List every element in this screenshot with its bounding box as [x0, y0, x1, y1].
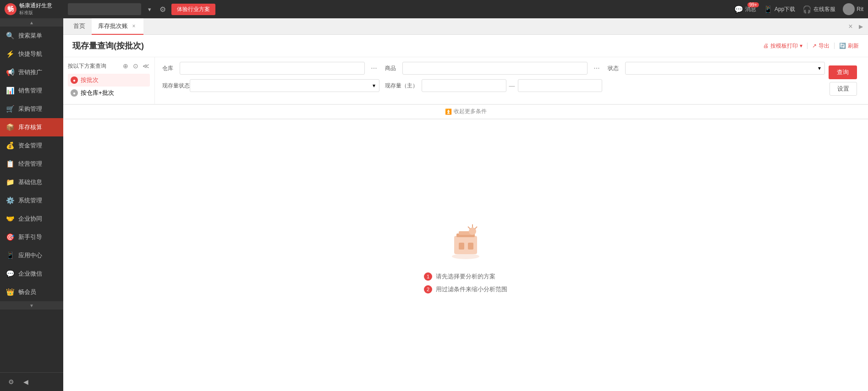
close-right-panel-button[interactable]: ×: [846, 22, 855, 31]
sidebar-item-wechat[interactable]: 💬 企业微信: [0, 265, 63, 283]
sidebar-scroll-down[interactable]: ▼: [0, 301, 63, 310]
sidebar-item-wechat-label: 企业微信: [18, 270, 42, 278]
sidebar-item-basic-label: 基础信息: [18, 178, 42, 186]
stock-status-label: 现存量状态: [162, 82, 186, 90]
enterprise-icon: 🤝: [5, 214, 15, 223]
scheme-collapse-icon[interactable]: ≪: [142, 62, 150, 70]
svg-line-6: [468, 227, 470, 229]
action-divider-2: [834, 43, 835, 49]
message-button[interactable]: 💬 消息 99+: [734, 5, 756, 14]
warehouse-filter-group: 仓库 ···: [162, 62, 379, 75]
sidebar-item-operation[interactable]: 📋 经营管理: [0, 155, 63, 173]
avatar: [843, 3, 855, 15]
sidebar-item-inventory-label: 库存核算: [18, 123, 42, 131]
tab-home[interactable]: 首页: [67, 18, 92, 35]
print-button[interactable]: 🖨 按模板打印 ▾: [763, 42, 802, 50]
sidebar-item-system-label: 系统管理: [18, 196, 42, 205]
online-service-button[interactable]: 🎧 在线客服: [802, 5, 835, 14]
sidebar-item-search-label: 搜索菜单: [18, 32, 42, 40]
query-top: 按以下方案查询 ⊕ ⊙ ≪ ● 按批次 ● 按仓库+批次: [63, 57, 868, 104]
sidebar-item-quick-nav-label: 快捷导航: [18, 50, 42, 58]
add-scheme-button[interactable]: ⊕: [121, 62, 130, 70]
sidebar-item-app-center[interactable]: 📱 应用中心: [0, 246, 63, 265]
step-num-2: 2: [424, 285, 432, 293]
settings-button[interactable]: 设置: [830, 82, 857, 96]
export-icon: ↗: [812, 43, 817, 49]
sidebar-item-operation-label: 经营管理: [18, 160, 42, 168]
industry-button[interactable]: 体验行业方案: [171, 4, 215, 15]
sidebar-item-marketing[interactable]: 📢 营销推广: [0, 63, 63, 81]
warehouse-input[interactable]: [180, 62, 365, 75]
stock-status-filter-group: 现存量状态 ▾: [162, 79, 379, 92]
sidebar-item-purchase[interactable]: 🛒 采购管理: [0, 100, 63, 118]
user-name: Rit: [857, 6, 863, 12]
sidebar-item-inventory[interactable]: 📦 库存核算: [0, 118, 63, 136]
sidebar-item-newbie[interactable]: 🎯 新手引导: [0, 228, 63, 246]
message-badge: 99+: [747, 2, 759, 7]
basic-icon: 📁: [5, 178, 15, 187]
sidebar-item-basic[interactable]: 📁 基础信息: [0, 173, 63, 191]
topbar: 畅 畅康通好生意 标准版 ▾ ⚙ 体验行业方案 💬 消息 99+ 📱 App下载…: [0, 0, 868, 18]
filter-row-1: 仓库 ··· 商品 ···: [162, 62, 825, 75]
app-logo: 畅 畅康通好生意 标准版: [5, 2, 64, 16]
quick-nav-icon: ⚡: [5, 49, 15, 59]
empty-state: 1 请先选择要分析的方案 2 用过滤条件来缩小分析范围: [63, 120, 868, 391]
expand-icon[interactable]: ▶: [857, 23, 864, 30]
collapse-more-conditions-button[interactable]: ⏫ 收起更多条件: [63, 104, 868, 118]
sidebar-item-search[interactable]: 🔍 搜索菜单: [0, 27, 63, 45]
stock-status-dropdown[interactable]: ▾: [190, 79, 379, 92]
search-dropdown-icon[interactable]: ▾: [145, 5, 154, 14]
stock-qty-min-input[interactable]: [422, 79, 506, 92]
sidebar-item-sales-label: 销售管理: [18, 87, 42, 95]
sidebar-item-sales[interactable]: 📊 销售管理: [0, 81, 63, 100]
sidebar-item-quick-nav[interactable]: ⚡ 快捷导航: [0, 45, 63, 63]
settings-icon[interactable]: ⚙: [158, 4, 168, 14]
svg-rect-1: [454, 236, 477, 254]
content-area: 首页 库存批次账 × × ▶ 现存量查询(按批次) 🖨 按模板打印 ▾: [63, 18, 868, 391]
goods-label: 商品: [385, 65, 399, 72]
search-input[interactable]: [68, 3, 141, 15]
footer-collapse-icon[interactable]: ◀: [20, 376, 31, 387]
status-dropdown[interactable]: ▾: [625, 62, 825, 75]
scheme-warehouse-batch-label: 按仓库+批次: [81, 89, 114, 97]
tab-close-icon[interactable]: ×: [131, 23, 137, 29]
refresh-button[interactable]: 🔄 刷新: [839, 42, 859, 50]
filter-row-1-wrapper: 仓库 ··· 商品 ···: [162, 62, 861, 99]
scheme-item-warehouse-batch[interactable]: ● 按仓库+批次: [68, 87, 150, 99]
app-download-button[interactable]: 📱 App下载: [764, 5, 795, 14]
tab-batch-account[interactable]: 库存批次账 ×: [92, 18, 143, 35]
operation-icon: 📋: [5, 159, 15, 168]
tab-bar-right: × ▶: [846, 22, 864, 31]
query-buttons: 查询 设置: [829, 62, 861, 99]
export-button[interactable]: ↗ 导出: [812, 42, 830, 50]
page-title: 现存量查询(按批次): [72, 40, 144, 51]
app-center-icon: 📱: [5, 251, 15, 260]
footer-settings-icon[interactable]: ⚙: [5, 376, 16, 387]
sidebar-item-enterprise[interactable]: 🤝 企业协同: [0, 210, 63, 228]
sidebar-footer: ⚙ ◀: [0, 372, 63, 391]
logo-icon: 畅: [5, 3, 16, 15]
user-avatar-area[interactable]: Rit: [843, 3, 863, 15]
status-label: 状态: [608, 65, 621, 72]
stock-qty-filter-group: 现存量（主） —: [385, 79, 602, 92]
goods-filter-group: 商品 ···: [385, 62, 602, 75]
warehouse-more-button[interactable]: ···: [368, 63, 379, 74]
tab-bar: 首页 库存批次账 × × ▶: [63, 18, 868, 35]
status-filter-group: 状态 ▾: [608, 62, 825, 75]
sidebar-item-system[interactable]: ⚙️ 系统管理: [0, 191, 63, 210]
sidebar-item-finance[interactable]: 💰 资金管理: [0, 136, 63, 155]
sales-icon: 📊: [5, 86, 15, 95]
sidebar-scroll-up[interactable]: ▲: [0, 18, 63, 27]
goods-input[interactable]: [402, 62, 588, 75]
sidebar-item-member[interactable]: 👑 畅会员: [0, 283, 63, 301]
query-button[interactable]: 查询: [829, 65, 857, 79]
goods-more-button[interactable]: ···: [591, 63, 602, 74]
page-actions: 🖨 按模板打印 ▾ ↗ 导出 🔄 刷新: [763, 42, 859, 50]
marketing-icon: 📢: [5, 68, 15, 77]
scheme-settings-icon[interactable]: ⊙: [132, 62, 140, 70]
stock-qty-range: —: [422, 79, 602, 92]
main-layout: ▲ 🔍 搜索菜单 ⚡ 快捷导航 📢 营销推广 📊 销售管理 🛒 采购管理 📦 库…: [0, 18, 868, 391]
scheme-item-batch[interactable]: ● 按批次: [68, 74, 150, 87]
stock-qty-max-input[interactable]: [518, 79, 603, 92]
status-dropdown-icon: ▾: [818, 65, 821, 71]
